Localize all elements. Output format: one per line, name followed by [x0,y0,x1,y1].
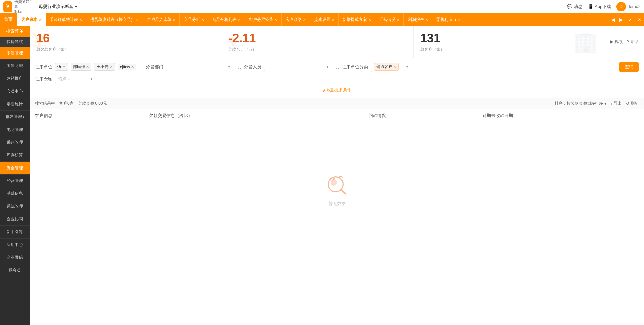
avatar: D [616,2,626,11]
close-icon[interactable]: ✕ [397,18,399,22]
sidebar-item-system[interactable]: 系统管理 [0,200,30,213]
branch-person-select[interactable]: ▾ [264,63,331,71]
chevron-down-icon: ▾ [327,65,328,69]
nav-close-btn[interactable]: ✕ [635,13,644,26]
close-icon[interactable]: ✕ [458,18,461,22]
message-icon: 💬 [567,4,572,9]
close-icon[interactable]: ✕ [368,18,371,22]
store-selector[interactable]: 母婴行业演示帐套 ▾ [36,2,80,11]
close-icon[interactable]: ✕ [79,18,82,22]
nav-next-arrow[interactable]: ▶ [617,13,625,26]
filter-tag-wu: 伍 ✕ [55,63,68,71]
sort-selector[interactable]: 排序：按欠款金额倒序排序 ▾ [555,101,606,106]
branch-person-more[interactable]: … [334,64,339,70]
branch-dept-more[interactable]: … [236,64,241,70]
chevron-down-icon: ▾ [23,115,24,119]
tab-new-achievement[interactable]: 新增提成方案 ✕ [339,13,375,26]
query-button[interactable]: 查询 [619,62,639,72]
empty-state-icon [324,170,350,196]
nav-arrows: ◀ ▶ ⤢ ✕ [609,13,644,26]
remove-tag-wu[interactable]: ✕ [62,65,66,69]
phone-icon: 📱 [588,4,593,9]
app-download-btn[interactable]: 📱 App下载 [588,4,611,10]
user-area[interactable]: D demo2 [616,2,641,11]
remove-category[interactable]: ✕ [393,65,396,69]
stat-card-debt: ✦ -2.11 欠款合计（万） [221,26,413,58]
stat-label-total: 总客户（家） [420,47,444,52]
chevron-down-icon: ▾ [604,101,606,106]
close-icon[interactable]: ✕ [39,18,41,22]
sidebar-item-enterprise-wechat[interactable]: 企业微信 [0,251,30,264]
sidebar-item-vip-member[interactable]: 畅会员 [0,264,30,277]
sidebar-item-retail-stats[interactable]: 零售统计 [0,98,30,111]
branch-person-label: 分管人员 [244,64,261,70]
tab-purchase-order[interactable]: 采购订单统计表 ✕ [46,13,86,26]
filter-tag-cj: cjttcw ✕ [118,64,136,70]
sidebar-item-marketing[interactable]: 营销推广 [0,72,30,85]
sidebar-quick-nav[interactable]: 快捷导航 [0,37,30,47]
close-icon[interactable]: ✕ [136,18,139,22]
tab-raise-settings[interactable]: 提成设置 ✕ [310,13,339,26]
close-icon[interactable]: ✕ [173,18,175,22]
sidebar-item-basic-info[interactable]: 基础信息 [0,187,30,200]
remove-tag-chen[interactable]: ✕ [86,65,89,69]
th-overdue-date: 到期未收款日期 [477,109,644,122]
help-btn[interactable]: ? 帮助 [627,39,639,45]
close-icon[interactable]: ✕ [238,18,241,22]
close-icon[interactable]: ✕ [425,18,428,22]
top-right: 💬 消息 📱 App下载 D demo2 [567,2,641,11]
filter-more-tags[interactable]: … [139,65,143,69]
sidebar-item-retail[interactable]: 零售管理 [0,47,30,60]
video-btn[interactable]: ▶ 视频 [610,39,623,45]
sidebar-item-ecommerce[interactable]: 电商管理 [0,123,30,136]
sidebar-item-enterprise-coop[interactable]: 企业协同 [0,213,30,226]
close-icon[interactable]: ✕ [274,18,277,22]
sidebar-item-app-center[interactable]: 应用中心 [0,239,30,251]
filter-row-1: 往来单位 伍 ✕ 陈民强 ✕ 王小亮 ✕ cjttcw ✕ … [35,62,639,72]
balance-select[interactable]: 选择… ▾ [55,75,95,83]
sidebar-item-retail-shop[interactable]: 零售商城 [0,60,30,72]
sidebar-item-newbie[interactable]: 新手引导 [0,226,30,239]
sidebar-item-purchase[interactable]: 采购管理 [0,136,30,149]
filter-row-2: 往来余额 选择… ▾ [35,75,639,83]
table-container: 客户信息 欠款交易信息（占比） 回款情况 到期未收款日期 [30,109,644,325]
tab-profit-report[interactable]: 利润报告 ✕ [404,13,432,26]
export-button[interactable]: ↑ 导出 [610,101,622,106]
result-actions: 排序：按欠款金额倒序排序 ▾ ↑ 导出 ↺ 刷新 [555,101,639,106]
stats-actions: ▶ 视频 ? 帮助 [605,26,644,58]
tab-inventory-stats[interactable]: 进货单统计表（按商品） ✕ [86,13,143,26]
tab-product-analysis[interactable]: 商品分析 ✕ [180,13,208,26]
tab-retail-profit[interactable]: 零售利润（ ✕ [432,13,465,26]
remove-tag-wang[interactable]: ✕ [110,65,113,69]
unit-category-label: 往来单位分类 [342,64,368,70]
close-icon[interactable]: ✕ [332,18,334,22]
collapse-button[interactable]: ∧ 收起更多条件 [35,86,639,94]
sidebar-item-wholesale[interactable]: 批发管理 ▾ [0,111,30,123]
sidebar-search[interactable]: 搜索菜单 [0,26,30,37]
tab-product-in[interactable]: 产成品入库单 ✕ [143,13,180,26]
unit-category-select[interactable]: 普通客户 ✕ ▾ [371,62,411,72]
refresh-button[interactable]: ↺ 刷新 [626,101,639,106]
tab-customer-contact[interactable]: 客户联络 ✕ [282,13,310,26]
branch-dept-select[interactable]: ▾ [166,63,233,71]
nav-prev-arrow[interactable]: ◀ [609,13,617,26]
nav-maximize-btn[interactable]: ⤢ [625,13,635,26]
tab-operation[interactable]: 经营情况 ✕ [375,13,404,26]
logo-area: ¥ 畅捷通好生意 标版 [3,0,33,14]
sidebar-item-operations[interactable]: 经营管理 [0,175,30,187]
chevron-down-icon: ▾ [406,65,408,69]
sidebar-item-inventory[interactable]: 库存核算 [0,149,30,162]
sidebar-item-finance[interactable]: 资金管理 [0,162,30,175]
tab-home[interactable]: 首页 [0,13,17,26]
remove-tag-cj[interactable]: ✕ [131,65,134,69]
tab-customer-layer[interactable]: 客户分层经营 ✕ [245,13,282,26]
chevron-down-icon: ▾ [91,77,92,81]
sidebar-item-member[interactable]: 会员中心 [0,85,30,98]
tab-product-analysis-list[interactable]: 商品分析列表 ✕ [208,13,245,26]
close-icon[interactable]: ✕ [303,18,306,22]
message-btn[interactable]: 💬 消息 [567,4,583,10]
close-icon[interactable]: ✕ [201,18,204,22]
empty-state: 暂无数据 [30,143,644,233]
filter-bar: 往来单位 伍 ✕ 陈民强 ✕ 王小亮 ✕ cjttcw ✕ … [30,58,644,98]
tab-customer-book[interactable]: 客户账本 ✕ [17,13,46,26]
